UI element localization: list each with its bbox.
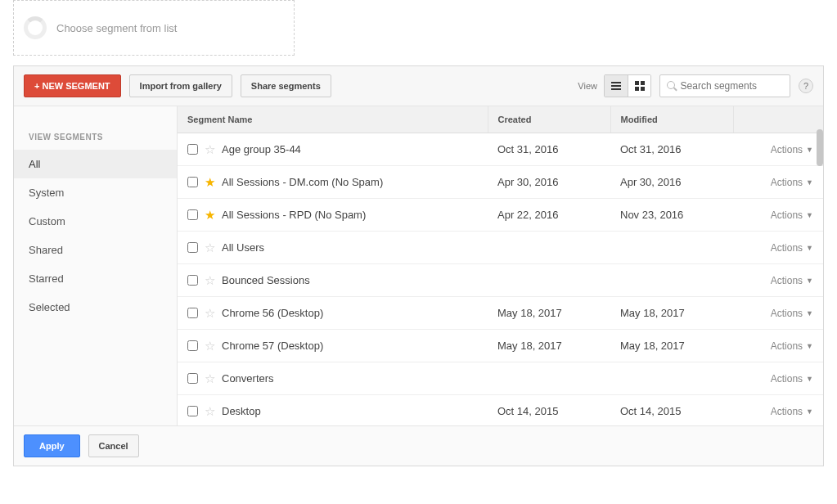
import-from-gallery-button[interactable]: Import from gallery	[129, 74, 232, 97]
table-row: ☆ConvertersActions▼	[178, 362, 823, 395]
grid-view-button[interactable]	[628, 75, 650, 97]
modified-date: May 18, 2017	[610, 330, 733, 362]
table-row: ☆Age group 35-44Oct 31, 2016Oct 31, 2016…	[178, 133, 823, 166]
chevron-down-icon: ▼	[806, 244, 813, 252]
list-icon	[611, 82, 621, 90]
list-view-button[interactable]	[605, 75, 628, 97]
created-date: Apr 22, 2016	[488, 199, 610, 232]
segment-name[interactable]: Age group 35-44	[222, 143, 301, 155]
actions-menu[interactable]: Actions▼	[771, 209, 813, 221]
header-actions	[733, 106, 823, 133]
table-row: ☆Chrome 57 (Desktop)May 18, 2017May 18, …	[178, 330, 823, 362]
modified-date: Nov 23, 2016	[610, 199, 733, 232]
star-icon[interactable]: ☆	[205, 340, 215, 352]
chevron-down-icon: ▼	[806, 178, 813, 187]
view-label: View	[578, 81, 597, 91]
created-date: Oct 14, 2015	[488, 395, 610, 426]
row-checkbox[interactable]	[187, 144, 198, 155]
created-date	[488, 362, 610, 395]
created-date: Apr 30, 2016	[488, 166, 610, 199]
star-icon[interactable]: ☆	[205, 307, 215, 319]
star-icon[interactable]: ☆	[205, 372, 215, 385]
help-button[interactable]: ?	[799, 79, 813, 93]
chevron-down-icon: ▼	[806, 146, 813, 154]
actions-menu[interactable]: Actions▼	[771, 373, 813, 385]
row-checkbox[interactable]	[187, 209, 198, 220]
star-icon[interactable]: ☆	[205, 143, 215, 155]
segment-name[interactable]: All Sessions - RPD (No Spam)	[222, 209, 366, 221]
segment-name[interactable]: Bounced Sessions	[222, 274, 310, 286]
grid-icon	[635, 81, 645, 91]
row-checkbox[interactable]	[187, 340, 198, 351]
sidebar: VIEW SEGMENTS AllSystemCustomSharedStarr…	[14, 106, 178, 425]
modified-date: May 18, 2017	[610, 297, 733, 330]
modified-date: Oct 31, 2016	[610, 133, 733, 166]
chevron-down-icon: ▼	[806, 277, 813, 285]
header-segment-name[interactable]: Segment Name	[178, 106, 488, 133]
actions-menu[interactable]: Actions▼	[771, 308, 813, 319]
created-date: Oct 31, 2016	[488, 133, 610, 166]
row-checkbox[interactable]	[187, 275, 198, 286]
segment-panel: + NEW SEGMENT Import from gallery Share …	[13, 65, 824, 466]
segment-name[interactable]: All Sessions - DM.com (No Spam)	[222, 176, 383, 188]
created-date: May 18, 2017	[488, 297, 610, 330]
actions-menu[interactable]: Actions▼	[771, 406, 813, 417]
row-checkbox[interactable]	[187, 242, 198, 253]
sidebar-item-all[interactable]: All	[14, 150, 177, 178]
toolbar: + NEW SEGMENT Import from gallery Share …	[14, 66, 823, 106]
header-modified[interactable]: Modified	[610, 106, 733, 133]
cancel-button[interactable]: Cancel	[88, 434, 139, 457]
footer: Apply Cancel	[14, 425, 823, 466]
segment-name[interactable]: Chrome 56 (Desktop)	[222, 307, 323, 319]
modified-date: Apr 30, 2016	[610, 166, 733, 199]
sidebar-item-shared[interactable]: Shared	[14, 236, 177, 264]
choose-segment-label: Choose segment from list	[56, 22, 177, 34]
star-icon[interactable]: ☆	[205, 241, 215, 254]
apply-button[interactable]: Apply	[24, 434, 80, 457]
row-checkbox[interactable]	[187, 308, 198, 318]
search-box	[659, 74, 790, 97]
table-row: ☆DesktopOct 14, 2015Oct 14, 2015Actions▼	[178, 395, 823, 426]
actions-menu[interactable]: Actions▼	[771, 340, 813, 352]
sidebar-item-selected[interactable]: Selected	[14, 293, 177, 322]
table-row: ★All Sessions - RPD (No Spam)Apr 22, 201…	[178, 199, 823, 232]
view-toggle	[604, 74, 651, 97]
star-icon[interactable]: ☆	[205, 405, 215, 417]
row-checkbox[interactable]	[187, 177, 198, 187]
segments-table-wrap: Segment Name Created Modified ☆Age group…	[178, 106, 823, 425]
sidebar-item-custom[interactable]: Custom	[14, 207, 177, 236]
scrollbar-thumb[interactable]	[817, 129, 823, 166]
actions-menu[interactable]: Actions▼	[771, 177, 813, 188]
new-segment-button[interactable]: + NEW SEGMENT	[24, 74, 121, 97]
table-row: ☆Bounced SessionsActions▼	[178, 264, 823, 297]
chevron-down-icon: ▼	[806, 211, 813, 219]
share-segments-button[interactable]: Share segments	[241, 74, 331, 97]
segment-name[interactable]: Desktop	[222, 405, 261, 417]
segment-name[interactable]: Converters	[222, 372, 274, 385]
actions-menu[interactable]: Actions▼	[771, 144, 813, 155]
header-created[interactable]: Created	[488, 106, 610, 133]
created-date	[488, 264, 610, 297]
segment-name[interactable]: All Users	[222, 241, 264, 254]
sidebar-item-starred[interactable]: Starred	[14, 264, 177, 293]
created-date: May 18, 2017	[488, 330, 610, 362]
choose-segment-box[interactable]: Choose segment from list	[13, 0, 295, 56]
search-icon	[667, 81, 676, 91]
star-icon[interactable]: ★	[205, 209, 215, 221]
created-date	[488, 232, 610, 264]
segment-name[interactable]: Chrome 57 (Desktop)	[222, 340, 323, 352]
star-icon[interactable]: ★	[205, 176, 215, 188]
chevron-down-icon: ▼	[806, 375, 813, 383]
star-icon[interactable]: ☆	[205, 274, 215, 286]
search-input[interactable]	[681, 80, 783, 92]
chevron-down-icon: ▼	[806, 407, 813, 416]
row-checkbox[interactable]	[187, 406, 198, 416]
modified-date	[610, 232, 733, 264]
table-row: ★All Sessions - DM.com (No Spam)Apr 30, …	[178, 166, 823, 199]
segment-circle-icon	[24, 16, 47, 39]
row-checkbox[interactable]	[187, 373, 198, 384]
actions-menu[interactable]: Actions▼	[771, 275, 813, 286]
sidebar-heading: VIEW SEGMENTS	[14, 133, 177, 150]
sidebar-item-system[interactable]: System	[14, 178, 177, 207]
actions-menu[interactable]: Actions▼	[771, 242, 813, 254]
